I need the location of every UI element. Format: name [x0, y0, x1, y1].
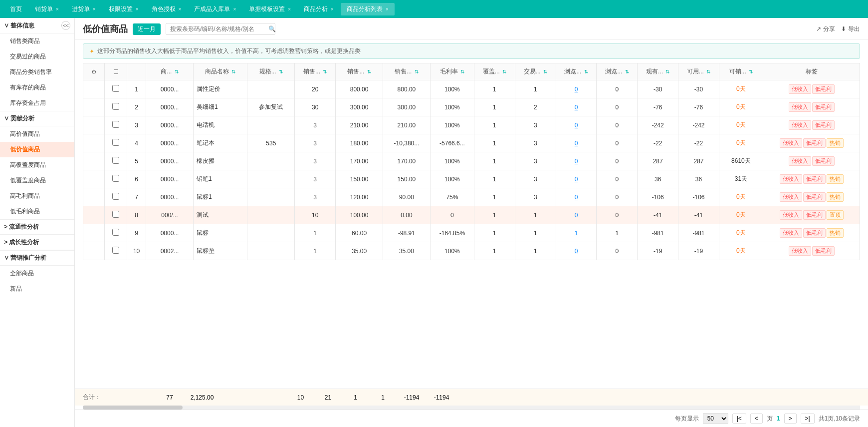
cell-transaction: 3: [515, 152, 556, 170]
sidebar-item-inventory-capital[interactable]: 库存资金占用: [0, 95, 74, 111]
share-button[interactable]: ↗ 分享: [816, 25, 835, 33]
browse-link[interactable]: 0: [575, 176, 578, 183]
col-checkbox[interactable]: ☐: [105, 63, 127, 80]
cell-browse1[interactable]: 0: [556, 134, 597, 152]
nav-role-auth[interactable]: 角色授权 ×: [146, 3, 188, 15]
close-product-inbound-icon[interactable]: ×: [233, 6, 236, 12]
col-sale-amount[interactable]: 销售... ⇅: [383, 63, 431, 80]
sidebar-item-stocked-products[interactable]: 有库存的商品: [0, 80, 74, 95]
sidebar-item-low-value[interactable]: 低价值商品: [0, 142, 74, 157]
cell-spec: [247, 152, 295, 170]
sidebar-item-sales-products[interactable]: 销售类商品: [0, 33, 74, 49]
sidebar-item-category-sales-rate[interactable]: 商品分类销售率: [0, 64, 74, 80]
cell-browse1[interactable]: 0: [556, 80, 597, 98]
horizontal-scrollbar[interactable]: [83, 406, 860, 410]
browse-link[interactable]: 1: [575, 230, 578, 237]
close-purchase-order-icon[interactable]: ×: [93, 6, 96, 12]
close-product-analysis-list-icon[interactable]: ×: [386, 6, 389, 12]
browse-link[interactable]: 0: [575, 248, 578, 255]
cell-checkbox[interactable]: [105, 224, 127, 242]
col-code[interactable]: 商... ⇅: [146, 63, 194, 80]
col-current[interactable]: 现有... ⇅: [638, 63, 678, 80]
search-input[interactable]: [166, 23, 275, 35]
close-product-analysis-icon[interactable]: ×: [331, 6, 334, 12]
nav-product-inbound[interactable]: 产成品入库单 ×: [188, 3, 242, 15]
col-sale-qty[interactable]: 销售... ⇅: [295, 63, 336, 80]
close-permissions-icon[interactable]: ×: [136, 6, 139, 12]
col-spec[interactable]: 规格... ⇅: [247, 63, 295, 80]
tag-label: 低毛利: [812, 156, 835, 166]
cell-checkbox[interactable]: [105, 242, 127, 260]
export-button[interactable]: ⬇ 导出: [841, 25, 860, 33]
cell-browse1[interactable]: 1: [556, 224, 597, 242]
browse-link[interactable]: 0: [575, 86, 578, 93]
cell-margin: 0: [430, 206, 474, 224]
browse-link[interactable]: 0: [575, 194, 578, 201]
col-settings[interactable]: ⚙: [83, 63, 105, 80]
period-button[interactable]: 近一月: [133, 23, 161, 35]
nav-home[interactable]: 首页: [4, 3, 28, 15]
nav-product-analysis[interactable]: 商品分析 ×: [298, 3, 340, 15]
cell-checkbox[interactable]: [105, 134, 127, 152]
first-page-btn[interactable]: |<: [732, 414, 746, 424]
browse-link[interactable]: 0: [575, 212, 578, 219]
per-page-select[interactable]: 50 100: [703, 413, 728, 424]
cell-browse1[interactable]: 0: [556, 206, 597, 224]
sidebar-item-traded-products[interactable]: 交易过的商品: [0, 49, 74, 64]
browse-link[interactable]: 0: [575, 104, 578, 111]
last-page-btn[interactable]: >|: [801, 414, 815, 424]
nav-permissions[interactable]: 权限设置 ×: [103, 3, 145, 15]
prev-page-btn[interactable]: <: [750, 414, 763, 424]
sidebar-item-low-coverage[interactable]: 低覆盖度商品: [0, 173, 74, 188]
cell-sale-price: 210.00: [336, 116, 383, 134]
cell-browse1[interactable]: 0: [556, 116, 597, 134]
sidebar-collapse-btn[interactable]: <<: [61, 21, 70, 30]
cell-checkbox[interactable]: [105, 152, 127, 170]
close-role-auth-icon[interactable]: ×: [179, 6, 182, 12]
sidebar-item-high-margin[interactable]: 高毛利商品: [0, 188, 74, 204]
close-template-settings-icon[interactable]: ×: [288, 6, 291, 12]
close-sales-order-icon[interactable]: ×: [56, 6, 59, 12]
cell-name: 笔记本: [193, 134, 247, 152]
cell-checkbox[interactable]: [105, 80, 127, 98]
col-available[interactable]: 可用... ⇅: [678, 63, 719, 80]
cell-browse1[interactable]: 0: [556, 170, 597, 188]
col-transaction[interactable]: 交易... ⇅: [515, 63, 556, 80]
scrollbar-thumb[interactable]: [83, 406, 183, 410]
cell-checkbox[interactable]: [105, 98, 127, 116]
col-browse1[interactable]: 浏览... ⇅: [556, 63, 597, 80]
cell-browse1[interactable]: 0: [556, 188, 597, 206]
col-browse2[interactable]: 浏览... ⇅: [597, 63, 638, 80]
sidebar-item-high-coverage[interactable]: 高覆盖度商品: [0, 157, 74, 173]
cell-sale-qty: 10: [295, 206, 336, 224]
cell-browse1[interactable]: 0: [556, 242, 597, 260]
cell-checkbox[interactable]: [105, 188, 127, 206]
sidebar-item-low-margin[interactable]: 低毛利商品: [0, 204, 74, 219]
cell-sale-amount: 300.00: [383, 98, 431, 116]
tag-label: 置顶: [827, 210, 844, 220]
cell-transaction: 2: [515, 98, 556, 116]
nav-sales-order[interactable]: 销货单 ×: [29, 3, 65, 15]
sidebar-item-new-products[interactable]: 新品: [0, 281, 74, 297]
col-margin[interactable]: 毛利率 ⇅: [430, 63, 474, 80]
cell-browse1[interactable]: 0: [556, 98, 597, 116]
col-sale-price[interactable]: 销售... ⇅: [336, 63, 383, 80]
cell-checkbox[interactable]: [105, 116, 127, 134]
browse-link[interactable]: 0: [575, 122, 578, 129]
col-coverage[interactable]: 覆盖... ⇅: [474, 63, 515, 80]
cell-checkbox[interactable]: [105, 170, 127, 188]
cell-browse1[interactable]: 0: [556, 152, 597, 170]
nav-template-settings[interactable]: 单据模板设置 ×: [243, 3, 297, 15]
cell-checkbox[interactable]: [105, 206, 127, 224]
nav-product-analysis-list[interactable]: 商品分析列表 ×: [341, 3, 395, 15]
browse-link[interactable]: 0: [575, 140, 578, 147]
search-icon[interactable]: 🔍: [268, 25, 276, 32]
col-name[interactable]: 商品名称 ⇅: [193, 63, 247, 80]
next-page-btn[interactable]: >: [784, 414, 797, 424]
browse-link[interactable]: 0: [575, 158, 578, 165]
nav-purchase-order[interactable]: 进货单 ×: [66, 3, 102, 15]
col-sellable[interactable]: 可销... ⇅: [719, 63, 763, 80]
sidebar-item-high-value[interactable]: 高价值商品: [0, 126, 74, 142]
cell-name: 橡皮擦: [193, 152, 247, 170]
sidebar-item-all-products[interactable]: 全部商品: [0, 266, 74, 281]
